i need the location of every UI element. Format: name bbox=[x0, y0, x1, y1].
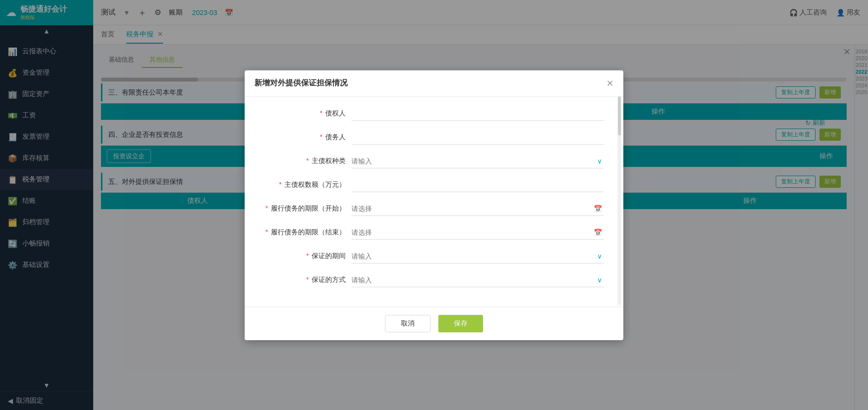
modal-close-btn[interactable]: ✕ bbox=[606, 78, 614, 89]
form-row-claim-type: * 主债权种类 ∨ bbox=[264, 154, 604, 168]
form-select-guarantee-period[interactable]: ∨ bbox=[351, 249, 604, 263]
form-input-claim-amount[interactable] bbox=[351, 178, 604, 192]
form-date-input-period-end[interactable] bbox=[351, 226, 594, 239]
form-select-guarantee-method[interactable]: ∨ bbox=[351, 273, 604, 287]
required-star-claim-amount: * bbox=[279, 180, 282, 188]
guarantee-method-dropdown-icon[interactable]: ∨ bbox=[597, 276, 604, 284]
modal-title: 新增对外提供保证担保情况 bbox=[254, 78, 348, 88]
required-star-claim-type: * bbox=[306, 157, 309, 164]
form-label-period-start: * 履行债务的期限（开始） bbox=[264, 204, 351, 213]
form-label-guarantee-period: * 保证的期间 bbox=[264, 252, 351, 261]
form-date-period-end[interactable]: 📅 bbox=[351, 226, 604, 240]
required-star-debtor: * bbox=[320, 133, 322, 141]
required-star-guarantee-period: * bbox=[306, 252, 309, 260]
required-star-period-end: * bbox=[266, 228, 268, 236]
form-input-debtor[interactable] bbox=[351, 131, 604, 145]
form-row-guarantee-method: * 保证的方式 ∨ bbox=[264, 273, 604, 287]
form-row-period-end: * 履行债务的期限（结束） 📅 bbox=[264, 226, 604, 240]
modal-body: * 债权人 * 债务人 * 主债权种类 bbox=[245, 97, 623, 307]
form-label-claim-type: * 主债权种类 bbox=[264, 157, 351, 165]
form-label-creditor: * 债权人 bbox=[264, 109, 351, 118]
form-row-debtor: * 债务人 bbox=[264, 131, 604, 145]
guarantee-period-dropdown-icon[interactable]: ∨ bbox=[597, 252, 604, 260]
form-select-claim-type[interactable]: ∨ bbox=[351, 154, 604, 168]
modal-header: 新增对外提供保证担保情况 ✕ bbox=[245, 70, 623, 97]
modal-cancel-btn[interactable]: 取消 bbox=[385, 315, 431, 332]
form-row-period-start: * 履行债务的期限（开始） 📅 bbox=[264, 202, 604, 216]
modal-dialog: 新增对外提供保证担保情况 ✕ * 债权人 * 债务人 bbox=[245, 70, 623, 340]
calendar-icon-period-end[interactable]: 📅 bbox=[594, 229, 604, 236]
modal-save-btn[interactable]: 保存 bbox=[438, 315, 483, 332]
required-star-guarantee-method: * bbox=[306, 276, 309, 283]
form-input-creditor[interactable] bbox=[351, 107, 604, 121]
calendar-icon-period-start[interactable]: 📅 bbox=[594, 205, 604, 213]
form-select-input-claim-type[interactable] bbox=[351, 154, 597, 168]
form-row-guarantee-period: * 保证的期间 ∨ bbox=[264, 249, 604, 263]
claim-type-dropdown-icon[interactable]: ∨ bbox=[597, 157, 604, 165]
form-label-debtor: * 债务人 bbox=[264, 133, 351, 142]
modal-footer: 取消 保存 bbox=[245, 307, 623, 340]
required-star-creditor: * bbox=[320, 109, 322, 117]
modal-overlay: 新增对外提供保证担保情况 ✕ * 债权人 * 债务人 bbox=[0, 0, 868, 410]
form-label-period-end: * 履行债务的期限（结束） bbox=[264, 228, 351, 237]
form-label-claim-amount: * 主债权数额（万元） bbox=[264, 180, 351, 189]
form-date-input-period-start[interactable] bbox=[351, 202, 594, 215]
form-date-period-start[interactable]: 📅 bbox=[351, 202, 604, 216]
required-star-period-start: * bbox=[266, 204, 268, 212]
form-select-input-guarantee-method[interactable] bbox=[351, 273, 597, 287]
form-select-input-guarantee-period[interactable] bbox=[351, 249, 597, 263]
form-row-creditor: * 债权人 bbox=[264, 107, 604, 121]
form-row-claim-amount: * 主债权数额（万元） bbox=[264, 178, 604, 192]
form-label-guarantee-method: * 保证的方式 bbox=[264, 276, 351, 284]
modal-scrollbar[interactable] bbox=[618, 96, 621, 305]
modal-scrollbar-thumb[interactable] bbox=[618, 97, 621, 135]
